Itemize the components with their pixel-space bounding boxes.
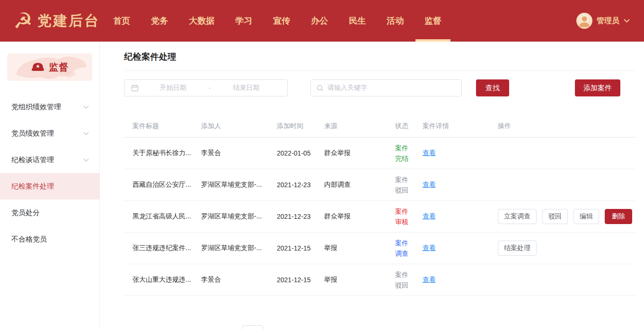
nav-item-party-affairs[interactable]: 党务 (150, 0, 169, 42)
case-actions-cell: 结案处理 (490, 241, 635, 256)
case-title-cell: 张三违规违纪案件... (132, 244, 201, 252)
start-date-placeholder: 开始日期 (139, 84, 208, 92)
search-button[interactable]: 查找 (476, 79, 509, 96)
case-actions-cell: 立案调查 驳回 编辑 删除 (490, 209, 635, 224)
nav-item-office[interactable]: 办公 (310, 0, 329, 42)
table-row: 黑龙江省高级人民... 罗湖区草埔党支部-... 2021-12-23 群众举报… (124, 201, 635, 233)
case-source-cell: 群众举报 (324, 212, 395, 221)
view-link[interactable]: 查看 (423, 276, 436, 283)
nav-label: 党务 (151, 15, 168, 26)
nav-label: 学习 (235, 15, 252, 26)
table-row: 西藏自治区公安厅... 罗湖区草埔党支部-... 2021-12-23 内部调查… (124, 169, 635, 201)
sidebar-item-label: 纪检谈话管理 (11, 156, 54, 164)
nav-item-big-data[interactable]: 大数据 (188, 0, 215, 42)
sidebar-banner: 监督 (7, 53, 92, 81)
sidebar-item-member-performance[interactable]: 党员绩效管理 (0, 120, 99, 147)
chevron-down-icon (83, 105, 89, 109)
sidebar-item-member-punishment[interactable]: 党员处分 (0, 199, 99, 226)
filter-bar: 开始日期 - 结束日期 请输入关键字 查找 添加案件 (124, 79, 635, 96)
cases-table: 案件标题 添加人 添加时间 来源 状态 案件详情 操作 关于原秘书长徐力... … (124, 122, 635, 296)
col-header-adder: 添加人 (201, 122, 277, 137)
add-case-button[interactable]: 添加案件 (575, 79, 620, 96)
status-badge: 案件审核 (395, 206, 412, 227)
nav-item-livelihood[interactable]: 民生 (348, 0, 367, 42)
date-range-input[interactable]: 开始日期 - 结束日期 (124, 79, 288, 96)
sidebar-item-label: 党员绩效管理 (11, 129, 54, 138)
app-title: 党建后台 (37, 11, 100, 31)
nav-label: 宣传 (273, 15, 290, 26)
case-detail-cell: 查看 (423, 244, 490, 252)
case-source-cell: 群众举报 (324, 149, 395, 157)
view-link[interactable]: 查看 (423, 149, 436, 156)
page-title: 纪检案件处理 (124, 51, 635, 62)
close-case-button[interactable]: 结案处理 (498, 241, 537, 256)
col-header-detail: 案件详情 (423, 122, 490, 137)
delete-button[interactable]: 删除 (605, 209, 632, 224)
app-logo: ☭ 党建后台 (13, 10, 100, 32)
nav-label: 办公 (311, 15, 328, 26)
title-divider (124, 70, 635, 71)
sidebar-menu: 党组织绩效管理 党员绩效管理 纪检谈话管理 纪检案件处理 党员处分 不合格党员 (0, 94, 99, 252)
keyword-search-input[interactable]: 请输入关键字 (310, 79, 462, 96)
sidebar-item-unqualified-members[interactable]: 不合格党员 (0, 226, 99, 252)
col-header-title: 案件标题 (132, 122, 201, 137)
user-menu[interactable]: 管理员 (576, 13, 630, 29)
col-header-status: 状态 (395, 122, 423, 137)
end-date-placeholder: 结束日期 (212, 84, 281, 92)
case-time-cell: 2021-12-23 (277, 181, 324, 189)
status-badge: 案件调查 (395, 238, 412, 259)
reject-button[interactable]: 驳回 (542, 209, 568, 224)
app-header: ☭ 党建后台 首页 党务 大数据 学习 宣传 办公 民生 活动 监督 管理员 (0, 0, 644, 42)
status-badge: 案件驳回 (395, 174, 412, 195)
case-status-cell: 案件审核 (395, 206, 423, 227)
sidebar-banner-label: 监督 (49, 61, 69, 74)
case-title-cell: 张大山重大违规违... (132, 276, 201, 284)
nav-item-study[interactable]: 学习 (234, 0, 253, 42)
nav-label: 监督 (424, 15, 441, 26)
file-investigation-button[interactable]: 立案调查 (498, 209, 537, 224)
case-status-cell: 案件调查 (395, 238, 423, 259)
case-time-cell: 2022-01-05 (277, 149, 324, 157)
case-source-cell: 举报 (324, 244, 395, 252)
nav-item-activities[interactable]: 活动 (386, 0, 405, 42)
nav-label: 民生 (349, 15, 366, 26)
date-range-separator: - (208, 84, 212, 92)
view-link[interactable]: 查看 (423, 181, 436, 188)
table-row: 关于原秘书长徐力... 李景合 2022-01-05 群众举报 案件完结 查看 (124, 138, 635, 169)
pagination-button[interactable] (242, 325, 264, 329)
edit-button[interactable]: 编辑 (573, 209, 599, 224)
main-nav: 首页 党务 大数据 学习 宣传 办公 民生 活动 监督 (112, 0, 442, 42)
nav-item-publicity[interactable]: 宣传 (272, 0, 291, 42)
chevron-down-icon (83, 132, 89, 135)
main-content: 纪检案件处理 开始日期 - 结束日期 请输入关键字 查找 添加案件 案件标题 (100, 42, 644, 329)
case-adder-cell: 罗湖区草埔党支部-... (201, 181, 277, 189)
sidebar-item-org-performance[interactable]: 党组织绩效管理 (0, 94, 99, 120)
table-header-row: 案件标题 添加人 添加时间 来源 状态 案件详情 操作 (124, 122, 635, 138)
case-status-cell: 案件驳回 (395, 174, 423, 195)
case-time-cell: 2021-12-23 (277, 213, 324, 220)
view-link[interactable]: 查看 (423, 212, 436, 220)
col-header-source: 来源 (324, 122, 395, 137)
person-icon (576, 13, 592, 29)
nav-label: 首页 (113, 15, 130, 26)
case-title-cell: 关于原秘书长徐力... (132, 149, 201, 157)
sidebar-item-discipline-talks[interactable]: 纪检谈话管理 (0, 147, 99, 173)
status-badge: 案件完结 (395, 143, 412, 164)
case-detail-cell: 查看 (423, 212, 490, 221)
case-source-cell: 举报 (324, 276, 395, 284)
sidebar-item-discipline-cases[interactable]: 纪检案件处理 (0, 173, 99, 199)
table-row: 张大山重大违规违... 李景合 2021-12-15 举报 案件驳回 查看 (124, 264, 635, 296)
party-emblem-icon: ☭ (13, 10, 33, 32)
case-status-cell: 案件完结 (395, 143, 423, 164)
case-detail-cell: 查看 (423, 276, 490, 284)
nav-item-supervision[interactable]: 监督 (423, 0, 442, 42)
nav-item-home[interactable]: 首页 (112, 0, 131, 42)
avatar (576, 13, 592, 29)
case-adder-cell: 李景合 (201, 276, 277, 284)
search-icon (317, 85, 324, 92)
user-name: 管理员 (597, 16, 619, 26)
case-adder-cell: 罗湖区草埔党支部-... (201, 212, 277, 221)
view-link[interactable]: 查看 (423, 244, 436, 251)
case-adder-cell: 罗湖区草埔党支部-... (201, 244, 277, 252)
case-adder-cell: 李景合 (201, 149, 277, 157)
